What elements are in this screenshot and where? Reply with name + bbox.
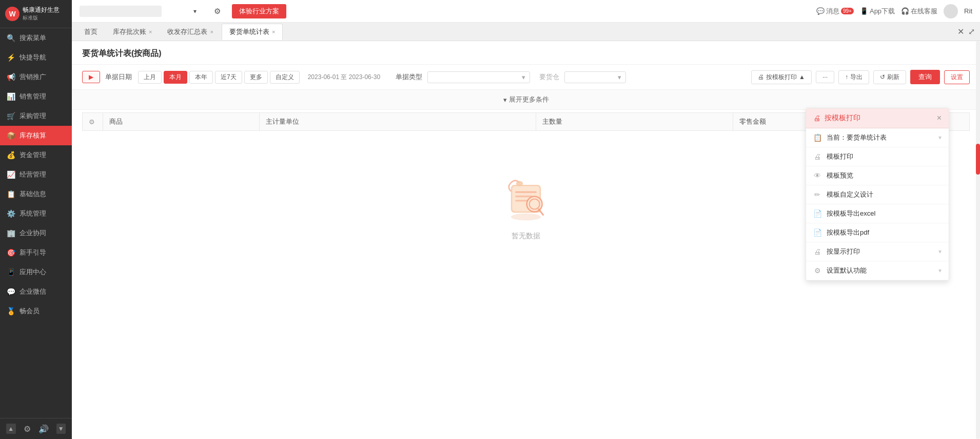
messages-button[interactable]: 💬 消息 99+ [816,7,854,16]
sidebar-item-operation[interactable]: 📈 经营管理 [0,165,72,184]
dropdown-item-template-preview[interactable]: 👁 模板预览 [806,166,949,185]
sidebar-item-label: 应用中心 [19,268,46,277]
template-print-icon: 🖨 [813,152,821,161]
refresh-button[interactable]: ↺ 刷新 [873,70,906,84]
window-maximize-button[interactable]: ⤢ [968,27,975,36]
date-btn-custom[interactable]: 自定义 [270,71,300,84]
set-default-arrow-icon: ▾ [938,267,942,274]
scrollbar-thumb[interactable] [976,144,980,175]
user-avatar[interactable] [944,4,958,18]
sidebar-item-quicknav[interactable]: ⚡ 快捷导航 [0,48,72,67]
tabbar: 首页 库存批次账 × 收发存汇总表 × 要货单统计表 × ✕ ⤢ [72,23,980,41]
empty-illustration [500,172,552,223]
refresh-icon: ↺ [880,73,885,81]
dropdown-item-display-print[interactable]: 🖨 按显示打印 ▾ [806,242,949,261]
sidebar-item-guide[interactable]: 🎯 新手引导 [0,243,72,262]
date-btn-this-year[interactable]: 本年 [189,71,213,84]
sidebar-item-system[interactable]: ⚙️ 系统管理 [0,204,72,223]
sidebar-item-member[interactable]: 🏅 畅会员 [0,301,72,321]
print-dropdown-button[interactable]: 🖨 按模板打印 ▲ [751,70,812,84]
sidebar-nav: 🔍 搜索菜单 ⚡ 快捷导航 📢 营销推广 📊 销售管理 🛒 采购管理 📦 库存核… [0,28,72,418]
dropdown-item-template-pdf[interactable]: 📄 按模板导出pdf [806,223,949,242]
search-input[interactable] [80,6,162,17]
dropdown-close-button[interactable]: × [937,113,942,123]
app-download-label: App下载 [870,7,895,16]
chat-icon: 💬 [6,287,15,296]
tab-order-stats-close[interactable]: × [272,29,275,35]
sidebar-item-enterprise[interactable]: 🏢 企业协同 [0,223,72,243]
sidebar-item-label: 新手引导 [19,248,46,257]
online-service-label: 在线客服 [911,7,937,16]
tab-order-stats-label: 要货单统计表 [229,27,269,36]
search-icon: 🔍 [6,33,15,43]
tab-home[interactable]: 首页 [77,24,105,40]
download-icon: 📱 [860,7,868,15]
table-gear-icon[interactable]: ⚙ [89,118,95,126]
sidebar-item-label: 系统管理 [19,209,46,218]
filter-expand-area: ▾ 展开更多条件 [72,90,980,110]
expand-icon-button[interactable]: ▶ [82,71,100,83]
dropdown-item-set-default[interactable]: ⚙ 设置默认功能 ▾ [806,261,949,280]
dropdown-section: 📋 当前：要货单统计表 ▾ 🖨 模板打印 👁 模板预览 ✏ 模板自定义设计 [806,128,949,280]
content-area: 要货单统计表(按商品) ▶ 单据日期 上月 本月 本年 近7天 更多 自定义 2… [72,41,980,439]
scroll-up-button[interactable]: ▲ [6,424,16,434]
sidebar-item-label: 经营管理 [19,170,46,179]
megaphone-icon: 📢 [6,72,15,82]
query-button[interactable]: 查询 [910,70,940,84]
order-type-dropdown-btn[interactable]: ▾ [522,73,525,81]
chevron-down-button[interactable]: ▾ [187,6,203,17]
sidebar-item-inventory[interactable]: 📦 库存核算 [0,126,72,145]
settings-button[interactable]: 设置 [944,70,970,84]
dropdown-item-template-custom[interactable]: ✏ 模板自定义设计 [806,185,949,204]
trial-button[interactable]: 体验行业方案 [232,4,286,18]
warehouse-select-wrapper: ▾ [564,71,626,83]
tab-receipt-summary-label: 收发存汇总表 [167,27,207,36]
dropdown-item-template-print[interactable]: 🖨 模板打印 [806,147,949,166]
date-btn-prev-month[interactable]: 上月 [138,71,162,84]
expand-label: 展开更多条件 [509,95,549,104]
dropdown-item-current[interactable]: 📋 当前：要货单统计表 ▾ [806,128,949,147]
settings-icon[interactable]: ⚙ [24,424,31,434]
gear-icon: ⚙️ [6,209,15,218]
tab-receipt-summary[interactable]: 收发存汇总表 × [160,24,220,40]
speaker-icon[interactable]: 🔊 [38,424,49,434]
date-btn-more[interactable]: 更多 [244,71,268,84]
tab-inventory-batch-close[interactable]: × [149,29,152,35]
current-arrow-icon: ▾ [938,134,942,141]
sidebar-item-wechat[interactable]: 💬 企业微信 [0,282,72,301]
tab-receipt-summary-close[interactable]: × [210,29,213,35]
export-button[interactable]: ↑ 导出 [838,70,869,84]
dropdown-item-template-excel[interactable]: 📄 按模板导出excel [806,204,949,223]
main-area: ▾ ⚙ 体验行业方案 💬 消息 99+ 📱 App下载 🎧 在线客服 Rit 首… [72,0,980,439]
messages-label: 消息 [826,7,839,16]
sidebar-item-label: 快捷导航 [19,53,46,62]
date-btn-this-month[interactable]: 本月 [164,71,187,84]
online-service-button[interactable]: 🎧 在线客服 [901,7,937,16]
settings-gear-button[interactable]: ⚙ [208,5,227,18]
more-options-button[interactable]: ··· [816,71,834,83]
sidebar-item-finance[interactable]: 💰 资金管理 [0,145,72,165]
window-close-button[interactable]: ✕ [957,27,964,36]
date-btn-7days[interactable]: 近7天 [215,71,242,84]
phone-icon: 📱 [6,268,15,277]
display-print-icon: 🖨 [813,247,821,256]
logo-icon: W [5,7,19,21]
sidebar-item-basic[interactable]: 📋 基础信息 [0,184,72,204]
warehouse-dropdown-btn[interactable]: ▾ [618,73,621,81]
scroll-down-button[interactable]: ▼ [56,424,66,434]
sidebar-item-marketing[interactable]: 📢 营销推广 [0,67,72,87]
sidebar-item-appstore[interactable]: 📱 应用中心 [0,262,72,282]
sidebar-item-sales[interactable]: 📊 销售管理 [0,87,72,106]
sidebar-item-purchase[interactable]: 🛒 采购管理 [0,106,72,126]
expand-more-conditions-button[interactable]: ▾ 展开更多条件 [82,92,970,107]
tab-inventory-batch[interactable]: 库存批次账 × [106,24,159,40]
tab-order-stats[interactable]: 要货单统计表 × [222,24,283,40]
template-excel-label: 按模板导出excel [827,209,875,218]
svg-point-0 [511,214,541,220]
logo-text-block: 畅康通好生意 标准版 [23,6,60,22]
toolbar: ▶ 单据日期 上月 本月 本年 近7天 更多 自定义 2023-06-01 至 … [72,65,980,90]
app-download-button[interactable]: 📱 App下载 [860,7,895,16]
sidebar-item-search[interactable]: 🔍 搜索菜单 [0,28,72,48]
dropdown-item-current-left: 📋 当前：要货单统计表 [813,133,887,142]
current-item-label: 当前：要货单统计表 [827,133,887,142]
